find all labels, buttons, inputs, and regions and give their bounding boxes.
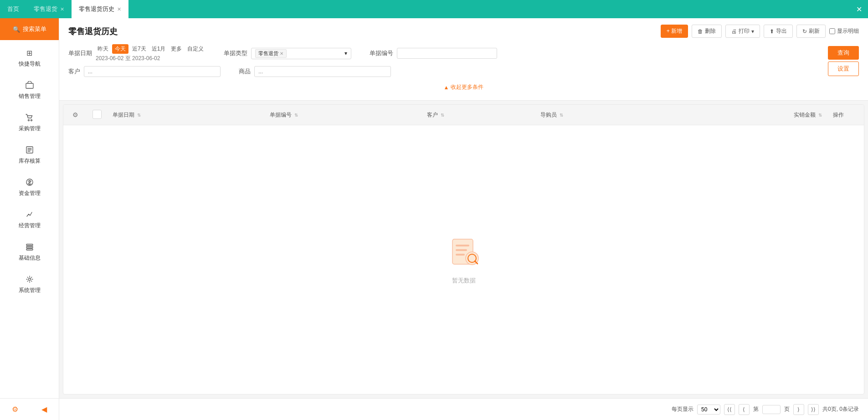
svg-rect-10 [456,245,469,246]
th-customer-sort-icon: ⇅ [441,113,444,118]
window-close-button[interactable]: ✕ [850,0,868,18]
th-customer-label: 客户 [427,112,438,118]
refresh-icon: ↻ [802,28,807,35]
operations-icon [25,210,34,219]
svg-rect-5 [26,244,33,246]
tab-home[interactable]: 首页 [0,0,26,18]
delete-button[interactable]: 🗑 删除 [692,25,722,38]
sidebar-item-finance[interactable]: 资金管理 [0,171,59,204]
th-date: 单据日期 ⇅ [107,105,264,125]
page-size-label: 每页显示 [672,405,693,413]
sidebar-search[interactable]: 🔍 搜索菜单 [0,18,59,40]
sidebar-item-inventory[interactable]: 库存核算 [0,139,59,171]
filter-customer-item: 客户 [68,66,221,77]
display-toggle-label: 显示明细 [837,27,859,35]
tab-retail-return-history[interactable]: 零售退货历史 ✕ [72,0,128,18]
th-guide: 导购员 ⇅ [535,105,670,125]
sidebar-item-operations[interactable]: 经营管理 [0,204,59,236]
svg-rect-11 [456,249,467,251]
th-date-sort-icon: ⇅ [137,113,141,118]
delete-label: 删除 [705,27,716,35]
filter-row-2: 客户 商品 [68,66,828,77]
search-icon: 🔍 [13,26,20,33]
svg-rect-12 [456,254,465,256]
page-size-select[interactable]: 10 20 50 100 [697,405,720,415]
content-area: 零售退货历史 + 新增 🗑 删除 🖨 打印 ▾ ⬆ 导出 [59,18,868,420]
collapse-icon: ▲ [444,84,449,91]
empty-text: 暂无数据 [452,277,476,285]
customer-input[interactable] [84,66,221,77]
refresh-button[interactable]: ↻ 刷新 [796,25,826,38]
table-container: ⚙ 单据日期 ⇅ 单据编号 ⇅ [63,104,864,394]
shortcut-custom[interactable]: 自定义 [185,44,205,54]
th-amount: 实销金额 ⇅ [670,105,827,125]
settings-icon[interactable]: ⚙ [12,405,18,414]
svg-rect-6 [26,246,33,248]
content-header: 零售退货历史 + 新增 🗑 删除 🖨 打印 ▾ ⬆ 导出 [59,18,868,101]
svg-point-8 [28,278,31,281]
doctype-select-arrow: ▾ [344,50,347,56]
toolbar: + 新增 🗑 删除 🖨 打印 ▾ ⬆ 导出 ↻ [661,25,859,38]
doctype-filter-label: 单据类型 [224,49,247,57]
current-page-input[interactable]: 1 [762,405,781,414]
sidebar-item-system[interactable]: 系统管理 [0,268,59,301]
title-row: 零售退货历史 + 新增 🗑 删除 🖨 打印 ▾ ⬆ 导出 [68,25,859,38]
filter-row-1: 单据日期 昨天 今天 近7天 近1月 更多 自定义 [68,44,828,62]
column-settings-button[interactable]: ⚙ [69,108,82,121]
th-actions-label: 操作 [833,112,844,118]
export-button[interactable]: ⬆ 导出 [764,25,793,38]
collapse-button[interactable]: ▲ 收起更多条件 [438,82,489,93]
svg-rect-0 [26,83,33,88]
basic-icon [25,242,34,251]
select-all-checkbox[interactable] [92,110,102,119]
date-filter-label: 单据日期 [68,49,92,57]
sidebar-item-sales[interactable]: 销售管理 [0,74,59,107]
sidebar-item-quicknav[interactable]: ⊞ 快捷导航 [0,42,59,74]
filter-area: 单据日期 昨天 今天 近7天 近1月 更多 自定义 [68,44,859,100]
th-date-label: 单据日期 [113,112,134,118]
sidebar-item-purchase[interactable]: 采购管理 [0,107,59,139]
export-icon: ⬆ [770,28,774,35]
print-icon: 🖨 [731,28,737,35]
shortcut-today[interactable]: 今天 [112,44,128,54]
page-suffix: 页 [784,405,790,413]
th-amount-label: 实销金额 [794,112,816,118]
customer-filter-label: 客户 [68,67,80,76]
shortcut-yesterday[interactable]: 昨天 [96,44,110,54]
date-shortcuts: 昨天 今天 近7天 近1月 更多 自定义 [96,44,205,54]
data-table: ⚙ 单据日期 ⇅ 单据编号 ⇅ [63,105,864,125]
add-button[interactable]: + 新增 [661,25,688,38]
sidebar-item-basic[interactable]: 基础信息 [0,236,59,268]
svg-point-1 [28,120,29,121]
tab-list: 首页 零售退货 ✕ 零售退货历史 ✕ [0,0,850,18]
filter-doctype-item: 单据类型 零售退货 ✕ ▾ [224,48,351,59]
doctype-select[interactable]: 零售退货 ✕ ▾ [251,48,351,59]
next-page-button[interactable]: ⟩ [793,404,804,415]
delete-icon: 🗑 [698,28,703,35]
doctype-tag-close[interactable]: ✕ [280,51,283,56]
shortcut-more[interactable]: 更多 [169,44,184,54]
tab-retail-return-close[interactable]: ✕ [60,6,64,12]
collapse-sidebar-icon[interactable]: ◀ [41,405,47,414]
th-amount-sort-icon: ⇅ [818,113,822,118]
purchase-icon [25,113,34,122]
th-gear: ⚙ [63,105,87,125]
display-toggle[interactable]: 显示明细 [829,27,859,35]
docno-input[interactable] [397,48,497,59]
tab-retail-return[interactable]: 零售退货 ✕ [26,0,72,18]
first-page-button[interactable]: ⟨⟨ [724,404,735,415]
prev-page-button[interactable]: ⟨ [739,404,750,415]
display-toggle-checkbox[interactable] [829,28,835,34]
shortcut-1month[interactable]: 近1月 [150,44,168,54]
goods-input[interactable] [254,66,391,77]
date-range-display: 2023-06-02 至 2023-06-02 [96,55,205,62]
sales-icon [25,81,34,90]
sidebar: 🔍 搜索菜单 ⊞ 快捷导航 销售管理 采购管理 [0,18,59,420]
set-button[interactable]: 设置 [828,61,859,76]
tab-retail-return-history-label: 零售退货历史 [79,5,114,13]
print-button[interactable]: 🖨 打印 ▾ [725,25,760,38]
query-button[interactable]: 查询 [828,46,859,60]
last-page-button[interactable]: ⟩⟩ [808,404,819,415]
tab-retail-return-history-close[interactable]: ✕ [117,6,121,12]
shortcut-7days[interactable]: 近7天 [130,44,148,54]
